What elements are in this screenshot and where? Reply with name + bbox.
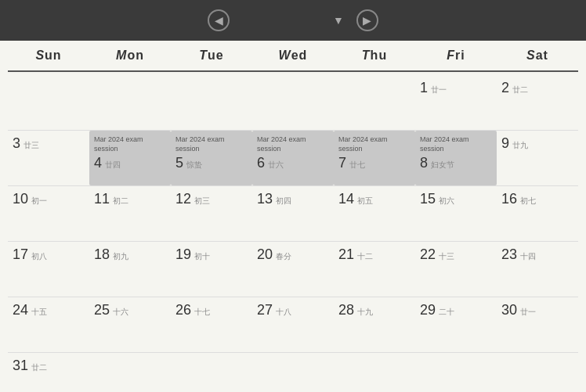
date-number: 27 (257, 302, 273, 318)
date-number: 31 (13, 358, 28, 374)
calendar-cell (8, 75, 89, 130)
calendar-cell (171, 353, 252, 392)
lunar-date: 廿六 (268, 160, 284, 171)
date-number: 23 (501, 246, 517, 263)
calendar-cell[interactable]: 24十五 (8, 297, 89, 352)
day-first-letter: F (447, 49, 455, 62)
date-row: 5惊蛰 (175, 155, 248, 171)
calendar-cell[interactable]: 10初一 (8, 186, 89, 241)
calendar-cell (252, 75, 334, 130)
date-row: 10初一 (13, 191, 85, 207)
calendar-cell[interactable]: 11初二 (89, 186, 171, 241)
day-header-fri: Fri (415, 41, 497, 70)
date-number: 15 (420, 191, 436, 207)
lunar-date: 十九 (357, 307, 373, 318)
day-rest: un (45, 49, 62, 62)
date-row: 4廿四 (94, 155, 166, 171)
lunar-date: 廿九 (512, 140, 528, 151)
day-first-letter: S (35, 49, 45, 62)
date-number: 24 (13, 302, 28, 318)
date-row: 15初六 (420, 191, 492, 207)
calendar-cell[interactable]: 15初六 (415, 186, 497, 241)
calendar-cell (89, 75, 171, 130)
calendar-cell[interactable]: 16初七 (497, 186, 578, 241)
prev-month-button[interactable]: ◀ (208, 9, 230, 31)
day-rest: on (127, 49, 144, 62)
lunar-date: 初五 (357, 196, 373, 207)
calendar-cell[interactable]: 31廿二 (8, 353, 89, 392)
lunar-date: 廿二 (31, 362, 47, 373)
day-header-sun: Sun (8, 41, 89, 70)
calendar-cell[interactable]: 30廿一 (497, 297, 578, 352)
calendar-cell[interactable]: 28十九 (334, 297, 415, 352)
lunar-date: 惊蛰 (186, 160, 202, 171)
date-number: 2 (501, 80, 509, 96)
date-row: 26十七 (175, 302, 248, 318)
day-rest: ue (208, 49, 224, 62)
calendar-cell (415, 353, 497, 392)
calendar-cell[interactable]: Mar 2024 exam session8妇女节 (415, 131, 497, 185)
dropdown-icon[interactable]: ▼ (333, 14, 344, 27)
date-row: 1廿一 (420, 80, 492, 96)
date-row: 31廿二 (13, 358, 85, 374)
calendar-cell[interactable]: 26十七 (171, 297, 252, 352)
next-month-button[interactable]: ▶ (356, 9, 378, 31)
date-number: 5 (175, 155, 183, 171)
days-header: SunMonTueWedThuFriSat (8, 41, 578, 72)
date-number: 8 (420, 155, 428, 171)
calendar-cell[interactable]: 18初九 (89, 242, 171, 297)
date-number: 19 (175, 246, 191, 263)
date-row: 11初二 (94, 191, 166, 207)
lunar-date: 初一 (31, 196, 47, 207)
day-header-wed: Wed (252, 41, 334, 70)
event-tag: Mar 2024 exam session (257, 135, 329, 153)
calendar-cell[interactable]: 14初五 (334, 186, 415, 241)
calendar-cell[interactable]: Mar 2024 exam session4廿四 (89, 131, 171, 185)
lunar-date: 十二 (357, 251, 373, 262)
calendar-cell[interactable]: 20春分 (252, 242, 334, 297)
lunar-date: 十六 (113, 307, 128, 318)
lunar-date: 初六 (439, 196, 454, 207)
calendar-cell[interactable]: 1廿一 (415, 75, 497, 130)
calendar-cell (89, 353, 171, 392)
calendar-cell[interactable]: 21十二 (334, 242, 415, 297)
calendar-cell[interactable]: 19初十 (171, 242, 252, 297)
calendar-cell (171, 75, 252, 130)
date-row: 30廿一 (501, 302, 573, 318)
date-number: 25 (94, 302, 110, 318)
calendar-cell (334, 353, 415, 392)
event-tag: Mar 2024 exam session (94, 135, 166, 153)
date-number: 10 (13, 191, 28, 207)
lunar-date: 廿一 (520, 307, 536, 318)
calendar-cell[interactable]: 29二十 (415, 297, 497, 352)
calendar-cell[interactable]: 22十三 (415, 242, 497, 297)
day-rest: at (536, 49, 548, 62)
calendar-cell[interactable]: 25十六 (89, 297, 171, 352)
lunar-date: 十七 (194, 307, 210, 318)
date-row: 6廿六 (257, 155, 329, 171)
calendar-cell[interactable]: 23十四 (497, 242, 578, 297)
date-number: 9 (501, 135, 509, 152)
calendar-cell[interactable]: 2廿二 (497, 75, 578, 130)
date-row: 29二十 (420, 302, 492, 318)
calendar-cell[interactable]: 13初四 (252, 186, 334, 241)
date-row: 19初十 (175, 246, 248, 263)
calendar-cell[interactable]: 9廿九 (497, 131, 578, 185)
calendar-cell[interactable]: Mar 2024 exam session7廿七 (334, 131, 415, 185)
calendar-cell[interactable]: 3廿三 (8, 131, 89, 185)
date-row: 14初五 (338, 191, 411, 207)
calendar-cell[interactable]: 12初三 (171, 186, 252, 241)
calendar-cell[interactable]: Mar 2024 exam session6廿六 (252, 131, 334, 185)
date-number: 21 (338, 246, 354, 263)
calendar-cell[interactable]: 27十八 (252, 297, 334, 352)
lunar-date: 初三 (194, 196, 210, 207)
date-number: 28 (338, 302, 354, 318)
date-row: 2廿二 (501, 80, 573, 96)
date-number: 6 (257, 155, 265, 171)
lunar-date: 廿七 (349, 160, 365, 171)
lunar-date: 初四 (276, 196, 291, 207)
date-row: 7廿七 (338, 155, 411, 171)
date-row: 17初八 (13, 246, 85, 263)
calendar-cell[interactable]: Mar 2024 exam session5惊蛰 (171, 131, 252, 185)
calendar-cell[interactable]: 17初八 (8, 242, 89, 297)
